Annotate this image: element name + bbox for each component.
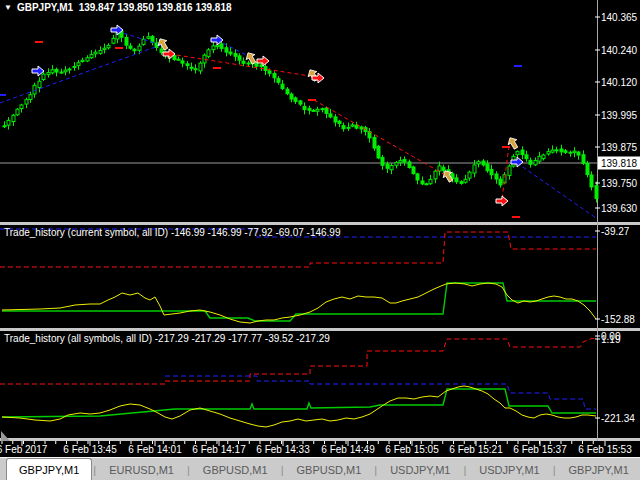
candle-body bbox=[181, 61, 184, 63]
stop-level-dash-blue bbox=[514, 65, 522, 67]
time-label: 6 Feb 15:53 bbox=[578, 444, 632, 455]
chart-tab-usdjpy-m1-5[interactable]: USDJPY,M1 bbox=[467, 458, 551, 480]
stop-level-dash-red bbox=[502, 146, 510, 148]
candle-body bbox=[499, 179, 502, 185]
candle-body bbox=[373, 137, 376, 148]
candle-body bbox=[68, 69, 71, 70]
chart-tab-gbpjpy-m1-0[interactable]: GBPJPY,M1 bbox=[6, 458, 92, 480]
candle-body bbox=[316, 109, 319, 111]
candle-body bbox=[216, 45, 219, 46]
candle-body bbox=[33, 85, 36, 94]
price-label: 140.120 bbox=[601, 77, 638, 88]
candle-body bbox=[281, 84, 284, 88]
candle-body bbox=[303, 106, 306, 109]
chart-canvas[interactable]: 140.365140.240140.120139.995139.875139.7… bbox=[0, 0, 640, 457]
candle-body bbox=[525, 155, 528, 159]
candle-body bbox=[325, 108, 328, 113]
candle-body bbox=[94, 52, 97, 54]
candle-body bbox=[238, 56, 241, 60]
candle-body bbox=[107, 45, 110, 47]
candle-body bbox=[29, 95, 32, 100]
price-label: 139.630 bbox=[601, 203, 638, 214]
stop-level-dash-red bbox=[115, 47, 123, 49]
candle-body bbox=[516, 152, 519, 155]
candle-body bbox=[334, 117, 337, 122]
candle-body bbox=[555, 150, 558, 151]
candle-body bbox=[186, 64, 189, 66]
candle-body bbox=[473, 165, 476, 173]
time-label: 6 Feb 15:37 bbox=[513, 444, 567, 455]
candle-body bbox=[255, 63, 258, 66]
candle-body bbox=[129, 46, 132, 48]
candle-body bbox=[569, 152, 572, 153]
candle-body bbox=[338, 121, 341, 123]
candle-body bbox=[421, 181, 424, 184]
time-label: 6 Feb 15:05 bbox=[385, 444, 439, 455]
chart-tab-gbpusd-m1-2[interactable]: GBPUSD,M1 bbox=[191, 458, 280, 480]
chart-tab-usdjpy-m1-4[interactable]: USDJPY,M1 bbox=[378, 458, 462, 480]
candle-body bbox=[99, 50, 102, 53]
candle-body bbox=[173, 55, 176, 59]
indicator1-axis-label: -152.88 bbox=[601, 314, 635, 325]
candle-body bbox=[312, 110, 315, 111]
candle-body bbox=[408, 162, 411, 168]
candle-body bbox=[16, 109, 19, 115]
candle-body bbox=[225, 48, 228, 52]
candle-body bbox=[464, 179, 467, 182]
candle-body bbox=[395, 163, 398, 166]
pane-separator-1 bbox=[0, 222, 640, 225]
chart-tab-eurusd-m1-1[interactable]: EURUSD,M1 bbox=[97, 458, 186, 480]
candle-body bbox=[60, 72, 63, 73]
candle-body bbox=[577, 152, 580, 155]
time-label: 6 Feb 14:01 bbox=[128, 444, 182, 455]
candle-body bbox=[125, 37, 128, 45]
candle-body bbox=[534, 161, 537, 165]
candle-body bbox=[242, 61, 245, 63]
chart-tab-gbpusd-m1-3[interactable]: GBPUSD,M1 bbox=[285, 458, 374, 480]
candle-body bbox=[538, 156, 541, 161]
candle-body bbox=[277, 79, 280, 83]
candle-body bbox=[377, 146, 380, 158]
candle-body bbox=[542, 155, 545, 159]
candle-body bbox=[490, 169, 493, 174]
candle-body bbox=[551, 150, 554, 152]
candle-body bbox=[573, 151, 576, 152]
candle-body bbox=[51, 70, 54, 73]
stop-level-dash-red bbox=[308, 99, 316, 101]
candle-body bbox=[194, 69, 197, 70]
candle-body bbox=[47, 73, 50, 75]
candle-body bbox=[3, 126, 6, 127]
candle-body bbox=[77, 63, 80, 66]
candle-body bbox=[560, 149, 563, 152]
candle-body bbox=[390, 165, 393, 169]
candle-body bbox=[460, 182, 463, 184]
candle-body bbox=[294, 98, 297, 101]
candle-body bbox=[582, 155, 585, 164]
candle-body bbox=[329, 114, 332, 117]
chart-frame: 140.365140.240140.120139.995139.875139.7… bbox=[0, 0, 640, 457]
candle-body bbox=[290, 94, 293, 99]
candle-body bbox=[429, 179, 432, 183]
time-label: 6 Feb 2017 bbox=[0, 444, 48, 455]
candle-body bbox=[342, 126, 345, 129]
candle-body bbox=[482, 161, 485, 165]
indicator1-axis-label: -39.27 bbox=[601, 226, 630, 237]
pane-separator-3 bbox=[0, 438, 640, 441]
candle-body bbox=[20, 105, 23, 109]
time-label: 6 Feb 14:49 bbox=[321, 444, 375, 455]
candle-body bbox=[399, 161, 402, 163]
candle-body bbox=[434, 171, 437, 179]
candle-body bbox=[442, 167, 445, 170]
candle-body bbox=[381, 157, 384, 165]
candle-body bbox=[203, 55, 206, 63]
candle-body bbox=[73, 66, 76, 67]
pane-separator-2 bbox=[0, 328, 640, 331]
price-label: 139.995 bbox=[601, 110, 638, 121]
candle-body bbox=[25, 100, 28, 104]
chart-tab-gbpjpy-m1-6[interactable]: GBPJPY,M1 bbox=[557, 458, 640, 480]
price-label: 139.875 bbox=[601, 142, 638, 153]
mt4-window: 140.365140.240140.120139.995139.875139.7… bbox=[0, 0, 640, 480]
candle-body bbox=[508, 166, 511, 175]
candle-body bbox=[177, 59, 180, 60]
candle-body bbox=[247, 63, 250, 64]
